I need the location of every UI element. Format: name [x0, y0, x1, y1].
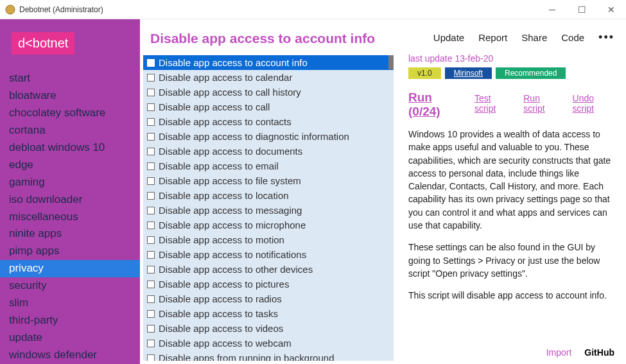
menu-share[interactable]: Share	[521, 32, 547, 43]
sidebar-item-chocolatey-software[interactable]: chocolatey software	[0, 105, 140, 122]
checkbox[interactable]	[147, 133, 155, 141]
top-menu: Update Report Share Code •••	[408, 19, 614, 53]
list-item-label: Disable app access to tasks	[159, 307, 278, 320]
list-item-label: Disable app access to contacts	[159, 115, 291, 128]
middle-header: Disable app access to account info	[140, 19, 397, 55]
list-item[interactable]: Disable app access to videos	[143, 321, 394, 336]
sidebar-item-third-party[interactable]: third-party	[0, 312, 140, 329]
checkbox[interactable]	[147, 310, 155, 318]
checkbox[interactable]	[147, 340, 155, 347]
list-item[interactable]: Disable app access to calendar	[143, 70, 394, 85]
sidebar-item-slim[interactable]: slim	[0, 295, 140, 312]
list-item-label: Disable apps from running in background	[159, 351, 335, 361]
list-item[interactable]: Disable app access to messaging	[143, 203, 394, 218]
sidebar-item-gaming[interactable]: gaming	[0, 174, 140, 191]
list-item-label: Disable app access to microphone	[159, 218, 306, 232]
badges-row: v1.0 Mirinsoft Recommended	[408, 67, 614, 79]
sidebar-item-windows-defender[interactable]: windows defender	[0, 347, 140, 364]
sidebar-item-ninite-apps[interactable]: ninite apps	[0, 225, 140, 243]
middle-panel: Disable app access to account info Disab…	[140, 19, 397, 364]
list-item[interactable]: Disable app access to notifications	[143, 247, 394, 262]
sidebar-item-start[interactable]: start	[0, 70, 140, 87]
list-item[interactable]: Disable app access to call	[143, 100, 394, 114]
sidebar-item-update[interactable]: update	[0, 329, 140, 347]
checkbox-list[interactable]: Disable app access to account infoDisabl…	[143, 55, 394, 361]
checkbox[interactable]	[147, 177, 155, 185]
checkbox[interactable]	[147, 251, 155, 259]
list-item-label: Disable app access to calendar	[159, 71, 292, 84]
list-item[interactable]: Disable app access to tasks	[143, 306, 394, 321]
checkbox[interactable]	[147, 266, 155, 273]
sidebar-item-debloat-windows-10[interactable]: debloat windows 10	[0, 139, 140, 157]
sidebar-item-cortana[interactable]: cortana	[0, 122, 140, 139]
list-item[interactable]: Disable app access to other devices	[143, 262, 394, 277]
list-item-label: Disable app access to email	[159, 159, 279, 173]
sidebar-item-miscellaneous[interactable]: miscellaneous	[0, 209, 140, 226]
list-item[interactable]: Disable app access to webcam	[143, 336, 394, 351]
list-item-label: Disable app access to pictures	[159, 277, 289, 291]
undo-script-link[interactable]: Undo script	[573, 93, 614, 114]
list-item[interactable]: Disable app access to microphone	[143, 218, 394, 232]
sidebar-item-iso-downloader[interactable]: iso downloader	[0, 191, 140, 209]
desc-para-2: These settings can be also found in the …	[408, 241, 614, 280]
list-item[interactable]: Disable app access to pictures	[143, 277, 394, 291]
checkbox[interactable]	[147, 192, 155, 200]
checkbox[interactable]	[147, 207, 155, 214]
sidebar-item-edge[interactable]: edge	[0, 157, 140, 174]
checkbox[interactable]	[147, 89, 155, 96]
menu-update[interactable]: Update	[433, 32, 464, 43]
checkbox[interactable]	[147, 74, 155, 82]
checkbox[interactable]	[147, 148, 155, 155]
run-button[interactable]: Run (0/24)	[408, 91, 463, 119]
status-badge: Recommended	[496, 67, 566, 79]
author-badge[interactable]: Mirinsoft	[445, 67, 492, 79]
checkbox[interactable]	[147, 325, 155, 333]
list-item[interactable]: Disable app access to call history	[143, 85, 394, 100]
desc-para-3: This script will disable app access to a…	[408, 289, 614, 302]
list-item[interactable]: Disable app access to account info	[143, 55, 394, 70]
list-item[interactable]: Disable app access to contacts	[143, 114, 394, 129]
maximize-button[interactable]: ☐	[567, 0, 596, 19]
list-item-label: Disable app access to messaging	[159, 204, 302, 217]
svg-point-0	[6, 5, 15, 14]
checkbox[interactable]	[147, 281, 155, 288]
list-item[interactable]: Disable app access to email	[143, 159, 394, 173]
list-item[interactable]: Disable app access to motion	[143, 232, 394, 247]
checkbox[interactable]	[147, 59, 155, 67]
import-link[interactable]: Import	[546, 347, 572, 358]
last-update-text: last update 13-feb-20	[408, 53, 614, 64]
list-item[interactable]: Disable app access to documents	[143, 144, 394, 159]
checkbox[interactable]	[147, 221, 155, 229]
sidebar-item-security[interactable]: security	[0, 277, 140, 295]
sidebar-list: startbloatwarechocolatey softwarecortana…	[0, 70, 140, 364]
list-item[interactable]: Disable app access to location	[143, 188, 394, 203]
checkbox[interactable]	[147, 295, 155, 303]
run-script-link[interactable]: Run script	[523, 93, 561, 114]
list-item[interactable]: Disable apps from running in background	[143, 351, 394, 361]
checkbox[interactable]	[147, 103, 155, 111]
checkbox[interactable]	[147, 162, 155, 170]
right-panel: Update Report Share Code ••• last update…	[397, 19, 626, 364]
sidebar: d<botnet startbloatwarechocolatey softwa…	[0, 19, 140, 364]
list-item[interactable]: Disable app access to diagnostic informa…	[143, 129, 394, 144]
checkbox[interactable]	[147, 354, 155, 361]
list-item-label: Disable app access to diagnostic informa…	[159, 130, 349, 143]
sidebar-item-pimp-apps[interactable]: pimp apps	[0, 243, 140, 260]
menu-report[interactable]: Report	[478, 32, 507, 43]
menu-code[interactable]: Code	[561, 32, 584, 43]
github-link[interactable]: GitHub	[584, 347, 614, 358]
sidebar-item-bloatware[interactable]: bloatware	[0, 87, 140, 105]
list-item[interactable]: Disable app access to radios	[143, 291, 394, 306]
sidebar-item-privacy[interactable]: privacy	[0, 260, 140, 277]
close-button[interactable]: ✕	[596, 0, 626, 19]
list-item[interactable]: Disable app access to file system	[143, 173, 394, 188]
checkbox[interactable]	[147, 236, 155, 244]
scrollbar-thumb[interactable]	[388, 55, 394, 69]
menu-more-icon[interactable]: •••	[598, 31, 614, 44]
window-controls: ─ ☐ ✕	[537, 0, 626, 19]
test-script-link[interactable]: Test script	[474, 93, 512, 114]
list-item-label: Disable app access to call	[159, 100, 270, 114]
titlebar: Debotnet (Administrator) ─ ☐ ✕	[0, 0, 626, 19]
minimize-button[interactable]: ─	[537, 0, 567, 19]
checkbox[interactable]	[147, 118, 155, 126]
